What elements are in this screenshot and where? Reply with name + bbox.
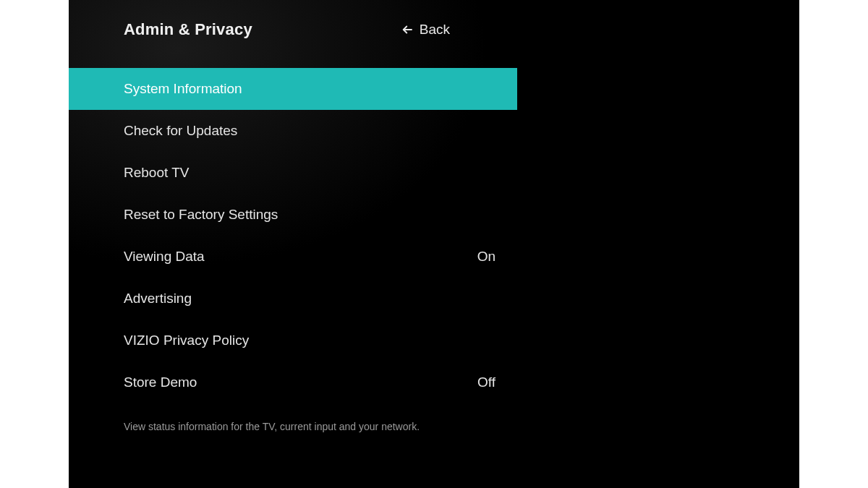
menu-item-store-demo[interactable]: Store Demo Off <box>69 361 517 403</box>
footer-hint: View status information for the TV, curr… <box>124 421 799 432</box>
menu-item-value: On <box>477 249 495 265</box>
menu-item-system-information[interactable]: System Information <box>69 68 517 110</box>
menu-item-label: Reset to Factory Settings <box>124 207 278 223</box>
tv-settings-screen: Admin & Privacy Back System Information … <box>69 0 799 488</box>
menu-item-reboot-tv[interactable]: Reboot TV <box>69 152 517 194</box>
menu-item-viewing-data[interactable]: Viewing Data On <box>69 236 517 278</box>
menu-item-advertising[interactable]: Advertising <box>69 278 517 320</box>
menu-item-label: Check for Updates <box>124 123 237 139</box>
menu-item-label: System Information <box>124 81 242 97</box>
menu-item-label: Reboot TV <box>124 165 189 181</box>
menu-item-check-for-updates[interactable]: Check for Updates <box>69 110 517 152</box>
menu-item-label: Viewing Data <box>124 249 205 265</box>
menu-item-vizio-privacy-policy[interactable]: VIZIO Privacy Policy <box>69 320 517 361</box>
menu-item-reset-to-factory-settings[interactable]: Reset to Factory Settings <box>69 194 517 236</box>
menu-item-label: Advertising <box>124 291 192 307</box>
header-row: Admin & Privacy Back <box>124 20 799 49</box>
menu-item-label: VIZIO Privacy Policy <box>124 333 249 348</box>
back-button[interactable]: Back <box>401 22 450 38</box>
back-arrow-icon <box>401 23 414 36</box>
back-label: Back <box>420 22 450 38</box>
menu-item-label: Store Demo <box>124 374 197 390</box>
menu-item-value: Off <box>477 374 495 390</box>
page-title: Admin & Privacy <box>124 20 252 39</box>
menu-list: System Information Check for Updates Reb… <box>69 68 799 403</box>
